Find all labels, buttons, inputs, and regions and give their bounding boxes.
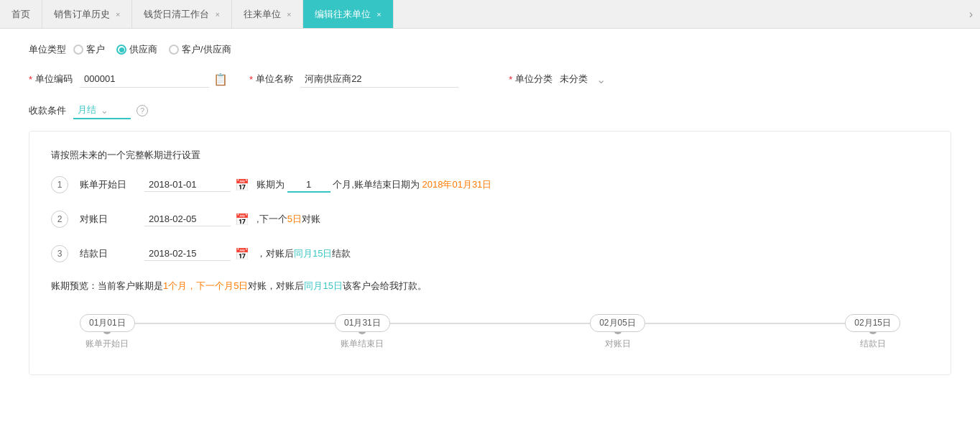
tab-edit-partner-close[interactable]: ×: [376, 10, 381, 19]
payment-row: 收款条件 月结 ⌄ ?: [29, 102, 951, 119]
tab-sales-history-label: 销售订单历史: [54, 8, 110, 21]
unit-type-label: 单位类型: [29, 43, 66, 56]
radio-customer[interactable]: 客户: [73, 43, 105, 56]
step-desc-2-pre: ,下一个: [256, 213, 287, 224]
tab-bar: 首页 销售订单历史 × 钱货日清工作台 × 往来单位 × 编辑往来单位 × ›: [0, 0, 980, 29]
step-desc-2-post: 对账: [302, 213, 320, 224]
timeline-point-0: 01月01日 账单开始日: [80, 314, 135, 350]
end-date-highlight-1: 2018年01月31日: [422, 179, 492, 190]
step-desc-3-highlight: 同月15日: [294, 248, 332, 259]
tab-partner[interactable]: 往来单位 ×: [232, 0, 303, 28]
timeline-badge-2: 02月05日: [590, 314, 645, 332]
tab-home[interactable]: 首页: [0, 0, 42, 28]
tab-cash-work-close[interactable]: ×: [215, 10, 219, 19]
tab-partner-close[interactable]: ×: [287, 10, 291, 19]
step-calendar-icon-2[interactable]: 📅: [235, 213, 249, 226]
step-num-2: 2: [51, 211, 68, 228]
payment-select-value: 月结: [78, 104, 96, 116]
unit-code-required: *: [29, 74, 32, 85]
step-row-3: 3 结款日 📅 ，对账后同月15日结款: [51, 245, 929, 262]
preview-end: 该客户会给我打款。: [343, 280, 427, 291]
preview-period: 1个月，: [163, 280, 196, 291]
step-row-1: 1 账单开始日 📅 账期为 个月,账单结束日期为 2018年01月31日: [51, 176, 929, 193]
step-date-input-1[interactable]: [144, 178, 231, 192]
unit-class-required: *: [509, 74, 512, 85]
card-box: 请按照未来的一个完整帐期进行设置 1 账单开始日 📅 账期为 个月,账单结束日期…: [29, 131, 951, 375]
unit-class-field: * 单位分类 未分类 ⌄: [509, 73, 606, 86]
unit-info-row: * 单位编码 📋 * 单位名称 * 单位分类 未分类 ⌄: [29, 70, 951, 88]
unit-class-dropdown-icon[interactable]: ⌄: [596, 73, 606, 86]
timeline-label-2: 对账日: [605, 338, 631, 350]
timeline-point-2: 02月05日 对账日: [590, 314, 645, 350]
timeline: 01月01日 账单开始日 01月31日 账单结束日 02月05日 对账日 02月…: [51, 307, 929, 357]
tab-expand-icon[interactable]: ›: [962, 8, 980, 21]
unit-code-input[interactable]: [80, 70, 209, 88]
payment-label: 收款条件: [29, 104, 66, 117]
step-desc-1: 账期为 个月,账单结束日期为 2018年01月31日: [256, 178, 491, 193]
timeline-label-0: 账单开始日: [85, 338, 129, 350]
radio-both-label: 客户/供应商: [182, 43, 231, 56]
month-input[interactable]: [287, 178, 330, 193]
timeline-points: 01月01日 账单开始日 01月31日 账单结束日 02月05日 对账日 02月…: [51, 314, 929, 350]
step-desc-3: ，对账后同月15日结款: [256, 247, 351, 260]
step-row-2: 2 对账日 📅 ,下一个5日对账: [51, 211, 929, 228]
unit-name-label: 单位名称: [256, 73, 293, 86]
step-label-2: 对账日: [80, 213, 130, 226]
unit-class-label: 单位分类: [515, 73, 553, 86]
tab-cash-work[interactable]: 钱货日清工作台 ×: [132, 0, 231, 28]
radio-supplier[interactable]: 供应商: [116, 43, 157, 56]
help-icon[interactable]: ?: [137, 105, 148, 116]
unit-name-field: * 单位名称: [249, 70, 458, 88]
main-content: 单位类型 客户 供应商 客户/供应商 * 单位编码 📋 * 单位名称: [0, 29, 980, 437]
step-date-input-2[interactable]: [144, 212, 231, 226]
timeline-label-3: 结款日: [860, 338, 886, 350]
step-desc-2: ,下一个5日对账: [256, 213, 320, 226]
step-calendar-icon-3[interactable]: 📅: [235, 247, 249, 261]
timeline-point-1: 01月31日 账单结束日: [335, 314, 390, 350]
timeline-badge-1: 01月31日: [335, 314, 390, 332]
unit-code-label: 单位编码: [35, 73, 73, 86]
radio-supplier-circle: [116, 45, 126, 55]
step-label-3: 结款日: [80, 247, 130, 260]
payment-select[interactable]: 月结 ⌄: [73, 102, 131, 119]
preview-period2: 下一个月5日: [196, 280, 248, 291]
step-date-input-3[interactable]: [144, 247, 231, 261]
preview-highlight2: 同月15日: [304, 280, 342, 291]
radio-both-circle: [169, 45, 179, 55]
tab-sales-history[interactable]: 销售订单历史 ×: [42, 0, 132, 28]
card-title: 请按照未来的一个完整帐期进行设置: [51, 149, 929, 162]
preview-label: 账期预览：当前客户账期是: [51, 280, 163, 291]
unit-type-row: 单位类型 客户 供应商 客户/供应商: [29, 43, 951, 56]
tab-home-label: 首页: [11, 8, 30, 21]
tab-edit-partner-label: 编辑往来单位: [315, 8, 371, 21]
step-num-1: 1: [51, 176, 68, 193]
step-calendar-icon-1[interactable]: 📅: [235, 178, 249, 192]
timeline-point-3: 02月15日 结款日: [845, 314, 900, 350]
unit-code-field: * 单位编码 📋: [29, 70, 228, 88]
step-num-3: 3: [51, 245, 68, 262]
unit-code-copy-icon[interactable]: 📋: [213, 73, 228, 86]
radio-customer-label: 客户: [86, 43, 105, 56]
timeline-badge-0: 01月01日: [80, 314, 135, 332]
tab-sales-history-close[interactable]: ×: [116, 10, 120, 19]
preview-middle: 对账，对账后: [248, 280, 304, 291]
radio-both[interactable]: 客户/供应商: [169, 43, 231, 56]
timeline-label-1: 账单结束日: [341, 338, 384, 350]
preview-text: 账期预览：当前客户账期是1个月，下一个月5日对账，对账后同月15日该客户会给我打…: [51, 280, 929, 293]
tab-edit-partner[interactable]: 编辑往来单位 ×: [303, 0, 393, 28]
unit-name-input[interactable]: [300, 70, 458, 88]
radio-customer-circle: [73, 45, 83, 55]
unit-class-value: 未分类: [560, 73, 588, 86]
unit-type-radio-group: 客户 供应商 客户/供应商: [73, 43, 231, 56]
step-desc-2-highlight: 5日: [287, 213, 302, 224]
payment-dropdown-icon[interactable]: ⌄: [101, 105, 108, 116]
step-desc-3-post: 结款: [332, 248, 351, 259]
timeline-badge-3: 02月15日: [845, 314, 900, 332]
radio-supplier-label: 供应商: [129, 43, 157, 56]
unit-name-required: *: [249, 74, 253, 85]
tab-partner-label: 往来单位: [244, 8, 281, 21]
tab-cash-work-label: 钱货日清工作台: [144, 8, 209, 21]
step-desc-3-pre: ，对账后: [256, 248, 294, 259]
step-label-1: 账单开始日: [80, 178, 130, 191]
